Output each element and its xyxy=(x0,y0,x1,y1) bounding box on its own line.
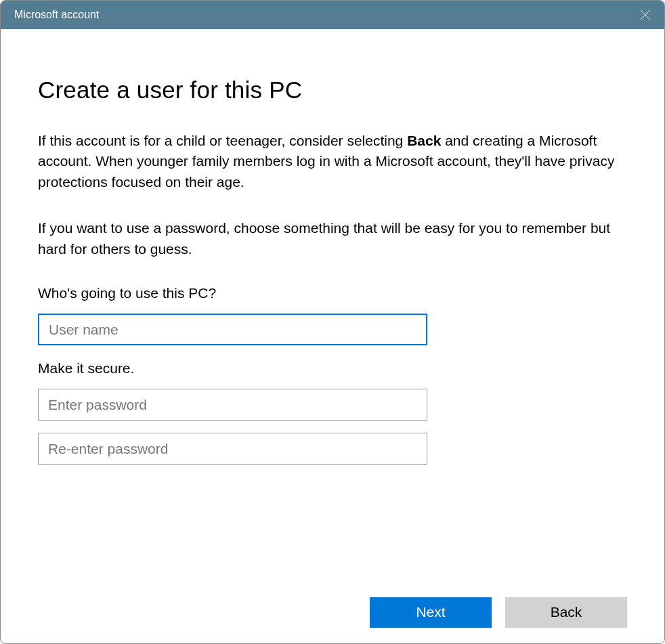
password-label: Make it secure. xyxy=(38,360,627,377)
titlebar: Microsoft account xyxy=(1,1,664,29)
next-button[interactable]: Next xyxy=(370,597,492,628)
content-area: Create a user for this PC If this accoun… xyxy=(1,29,664,581)
page-heading: Create a user for this PC xyxy=(38,77,627,104)
intro-paragraph-1: If this account is for a child or teenag… xyxy=(38,131,627,192)
footer: Next Back xyxy=(1,581,664,643)
window-title: Microsoft account xyxy=(14,9,99,21)
password-input[interactable] xyxy=(38,389,427,421)
close-icon xyxy=(640,9,651,20)
intro-paragraph-2: If you want to use a password, choose so… xyxy=(38,218,627,259)
username-input[interactable] xyxy=(38,314,427,345)
username-group: Who's going to use this PC? xyxy=(38,285,627,345)
back-button[interactable]: Back xyxy=(505,597,627,628)
dialog-window: Microsoft account Create a user for this… xyxy=(0,0,665,644)
password-group: Make it secure. xyxy=(38,360,627,465)
intro-paragraph-1-pre: If this account is for a child or teenag… xyxy=(38,133,407,148)
username-label: Who's going to use this PC? xyxy=(38,285,627,301)
close-button[interactable] xyxy=(626,1,664,29)
intro-paragraph-1-bold: Back xyxy=(407,133,441,148)
password-confirm-input[interactable] xyxy=(38,433,427,465)
